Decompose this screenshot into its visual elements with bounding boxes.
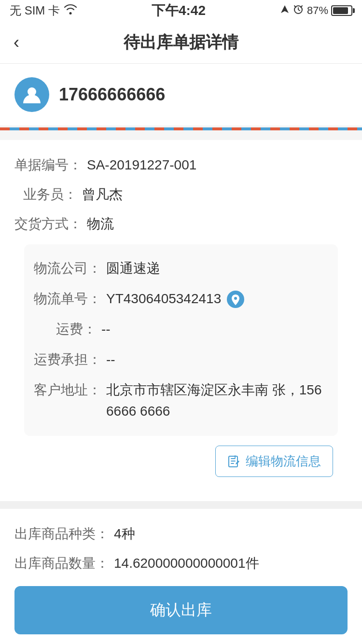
time-label: 下午4:42 bbox=[152, 1, 206, 20]
goods-type-row: 出库商品种类： 4种 bbox=[14, 523, 348, 545]
address-row: 客户地址： 北京市市辖区海淀区永丰南 张，156 6666 6666 bbox=[34, 379, 328, 423]
edit-logistics-button[interactable]: 编辑物流信息 bbox=[215, 446, 333, 477]
user-header: 17666666666 bbox=[0, 64, 362, 126]
svg-point-2 bbox=[227, 291, 244, 308]
nav-bar: ‹ 待出库单据详情 bbox=[0, 21, 362, 64]
delivery-row: 交货方式： 物流 bbox=[14, 213, 348, 235]
freight-bear-row: 运费承担： -- bbox=[34, 349, 328, 371]
alarm-icon bbox=[292, 3, 304, 18]
logistics-company-row: 物流公司： 圆通速递 bbox=[34, 258, 328, 280]
logistics-company-value: 圆通速递 bbox=[106, 258, 328, 280]
address-value: 北京市市辖区海淀区永丰南 张，156 6666 6666 bbox=[106, 379, 328, 423]
status-bar: 无 SIM 卡 下午4:42 87% bbox=[0, 0, 362, 21]
document-number-value: SA-20191227-001 bbox=[87, 154, 348, 176]
freight-bear-value: -- bbox=[106, 349, 328, 371]
tracking-label: 物流单号： bbox=[34, 288, 106, 310]
delivery-label: 交货方式： bbox=[14, 213, 87, 235]
document-number-row: 单据编号： SA-20191227-001 bbox=[14, 154, 348, 176]
goods-type-label: 出库商品种类： bbox=[14, 523, 114, 545]
goods-quantity-row: 出库商品数量： 14.620000000000001件 bbox=[14, 553, 348, 574]
battery-percent: 87% bbox=[307, 4, 328, 17]
goods-quantity-label: 出库商品数量： bbox=[14, 553, 114, 574]
tracking-value: YT43064053424​13 bbox=[106, 288, 328, 310]
svg-rect-3 bbox=[229, 456, 237, 467]
freight-label: 运费： bbox=[34, 319, 101, 340]
edit-logistics-area: 编辑物流信息 bbox=[14, 436, 348, 487]
logistics-company-label: 物流公司： bbox=[34, 258, 106, 280]
status-left: 无 SIM 卡 bbox=[10, 3, 77, 18]
edit-logistics-label: 编辑物流信息 bbox=[246, 453, 321, 470]
edit-icon bbox=[227, 455, 241, 468]
goods-type-value: 4种 bbox=[114, 523, 348, 545]
freight-bear-label: 运费承担： bbox=[34, 349, 106, 371]
salesperson-row: 业务员： 曾凡杰 bbox=[14, 184, 348, 206]
goods-section: 出库商品种类： 4种 出库商品数量： 14.620000000000001件 bbox=[0, 509, 362, 579]
carrier-label: 无 SIM 卡 bbox=[10, 3, 60, 18]
page-title: 待出库单据详情 bbox=[124, 31, 238, 54]
location-arrow-icon bbox=[280, 4, 290, 17]
address-label: 客户地址： bbox=[34, 379, 106, 401]
status-right: 87% bbox=[280, 3, 352, 18]
battery-icon bbox=[331, 5, 352, 16]
back-button[interactable]: ‹ bbox=[14, 32, 19, 53]
delivery-value: 物流 bbox=[87, 213, 348, 235]
map-location-icon[interactable] bbox=[227, 291, 244, 308]
freight-value: -- bbox=[101, 319, 328, 340]
section-divider bbox=[0, 501, 362, 509]
goods-quantity-value: 14.620000000000001件 bbox=[114, 553, 348, 574]
wifi-icon bbox=[64, 4, 77, 17]
bottom-bar: 确认出库 bbox=[0, 578, 362, 644]
freight-row: 运费： -- bbox=[34, 319, 328, 340]
user-phone: 17666666666 bbox=[59, 84, 165, 105]
avatar bbox=[14, 77, 49, 112]
main-content: 17666666666 单据编号： SA-20191227-001 业务员： 曾… bbox=[0, 64, 362, 644]
salesperson-label: 业务员： bbox=[14, 184, 82, 206]
confirm-outbound-button[interactable]: 确认出库 bbox=[14, 586, 348, 634]
tracking-row: 物流单号： YT43064053424​13 bbox=[34, 288, 328, 310]
salesperson-value: 曾凡杰 bbox=[82, 184, 348, 206]
dashed-separator bbox=[0, 127, 362, 130]
document-info-section: 单据编号： SA-20191227-001 业务员： 曾凡杰 交货方式： 物流 … bbox=[0, 140, 362, 501]
logistics-card: 物流公司： 圆通速递 物流单号： YT43064053424​13 运费： bbox=[24, 244, 338, 436]
document-number-label: 单据编号： bbox=[14, 154, 87, 176]
